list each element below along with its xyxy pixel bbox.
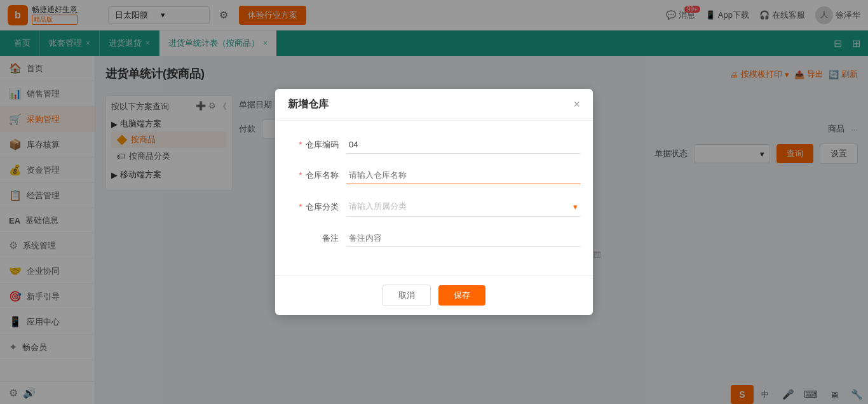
form-row-code: * 仓库编码 [288,136,580,154]
required-star-code: * [299,140,302,149]
modal-header: 新增仓库 × [275,89,593,121]
form-row-category: * 仓库分类 请输入所属分类 ▾ [288,197,580,217]
modal-overlay[interactable]: 新增仓库 × * 仓库编码 * 仓库名称 [0,0,868,404]
category-placeholder: 请输入所属分类 [349,201,407,212]
save-button[interactable]: 保存 [438,285,485,306]
modal-body: * 仓库编码 * 仓库名称 * 仓库分类 请输入所属 [275,121,593,275]
code-label: * 仓库编码 [288,139,339,151]
modal-close-button[interactable]: × [573,98,580,111]
category-label: * 仓库分类 [288,201,339,213]
remark-label: 备注 [288,232,339,244]
required-star-category: * [299,202,302,212]
form-row-remark: 备注 [288,229,580,247]
warehouse-category-select[interactable]: 请输入所属分类 ▾ [346,197,580,217]
name-label: * 仓库名称 [288,170,339,181]
cancel-button[interactable]: 取消 [383,285,431,306]
warehouse-code-input[interactable] [346,136,580,154]
warehouse-name-input[interactable] [346,166,580,184]
modal-footer: 取消 保存 [275,275,593,315]
modal-title: 新增仓库 [288,98,329,111]
remark-input[interactable] [346,229,580,247]
form-row-name: * 仓库名称 [288,166,580,184]
category-chevron-icon: ▾ [573,202,578,212]
add-warehouse-modal: 新增仓库 × * 仓库编码 * 仓库名称 [275,89,593,315]
required-star-name: * [299,170,302,180]
